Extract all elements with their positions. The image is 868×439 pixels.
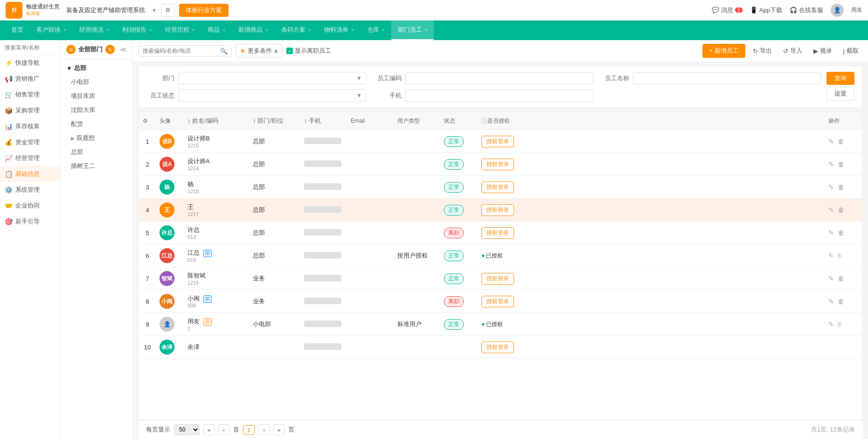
- dept-item-distribution[interactable]: 配货: [61, 117, 132, 131]
- empcode-filter-input[interactable]: [405, 72, 593, 84]
- dept-item-small-elec[interactable]: 小电部: [61, 75, 132, 89]
- auth-button[interactable]: 授权登录: [481, 227, 514, 239]
- close-icon[interactable]: ×: [425, 28, 428, 33]
- delete-icon[interactable]: 🗑: [838, 298, 844, 305]
- auth-button[interactable]: 授权登录: [481, 273, 514, 285]
- delete-icon[interactable]: 🗑: [838, 160, 844, 168]
- gear-button[interactable]: ⚙: [161, 4, 174, 17]
- edit-icon[interactable]: ✎: [828, 138, 834, 145]
- dept-collapse-btn[interactable]: ≪: [120, 46, 127, 53]
- resigned-checkbox[interactable]: ✓: [286, 48, 293, 54]
- close-icon[interactable]: ×: [149, 28, 152, 33]
- tab-warehouse[interactable]: 仓库×: [361, 21, 391, 40]
- sidebar-item-system[interactable]: ⚙️ 系统管理: [0, 182, 60, 198]
- export-button[interactable]: ↻ 导出: [749, 45, 776, 57]
- dept-item-shuanglu[interactable]: ▶ 双鹿想: [61, 131, 132, 145]
- tab-goods[interactable]: 商品×: [201, 21, 232, 40]
- empname-filter-input[interactable]: [633, 72, 821, 84]
- tab-bom[interactable]: 物料清单×: [318, 21, 361, 40]
- tab-profit[interactable]: 利润报告×: [116, 21, 159, 40]
- status-filter-select[interactable]: ▼: [178, 89, 366, 102]
- tab-home[interactable]: 首页: [5, 21, 30, 40]
- more-filter-button[interactable]: ▼ 更多条件 ∧: [236, 44, 283, 57]
- col-name-code[interactable]: ↕ 姓名/编码: [184, 112, 249, 130]
- page-size-select[interactable]: 50 100: [174, 424, 200, 435]
- user-avatar[interactable]: 👤: [831, 4, 844, 17]
- sidebar-item-operation[interactable]: 📈 经营管理: [0, 150, 60, 166]
- delete-icon[interactable]: 🗑: [838, 138, 844, 145]
- edit-icon[interactable]: ✎: [828, 252, 834, 259]
- sidebar-search-input[interactable]: [5, 44, 61, 51]
- more-button[interactable]: | 截取: [840, 45, 862, 57]
- app-download-button[interactable]: 📱 App下载: [750, 6, 782, 14]
- edit-icon[interactable]: ✎: [828, 160, 834, 168]
- delete-icon[interactable]: 🗑: [838, 229, 844, 237]
- sidebar-item-basic-info[interactable]: 📋 基础信息: [0, 166, 60, 182]
- dept-edit-icon[interactable]: ✎: [105, 45, 115, 54]
- tab-barcode[interactable]: 条码方案×: [275, 21, 318, 40]
- next-page-button[interactable]: ›: [258, 424, 270, 435]
- message-button[interactable]: 💬 消息 6: [712, 6, 743, 14]
- add-employee-button[interactable]: + 新增员工: [702, 44, 745, 58]
- sidebar-item-marketing[interactable]: 📢 营销推广: [0, 71, 60, 87]
- last-page-button[interactable]: »: [273, 424, 285, 435]
- phone-filter-input[interactable]: [405, 90, 593, 102]
- copy-icon[interactable]: ⎘: [838, 321, 841, 328]
- edit-icon[interactable]: ✎: [828, 206, 834, 214]
- auth-button[interactable]: 授权登录: [481, 159, 514, 170]
- col-dept-position[interactable]: ↕ 部门/职位: [249, 112, 300, 130]
- sidebar-item-sales[interactable]: 🛒 销售管理: [0, 87, 60, 103]
- edit-icon[interactable]: ✎: [828, 298, 834, 305]
- prev-page-button[interactable]: ‹: [218, 424, 229, 435]
- sidebar-item-purchase[interactable]: 📦 采购管理: [0, 103, 60, 118]
- tab-customer[interactable]: 客户联络×: [30, 21, 73, 40]
- sidebar-item-guide[interactable]: 🎯 新手引导: [0, 214, 60, 230]
- edit-icon[interactable]: ✎: [828, 183, 834, 191]
- sidebar-item-inventory[interactable]: 📊 库存核算: [0, 118, 60, 134]
- dept-item-general-hq[interactable]: ▼ 总部: [61, 61, 132, 75]
- sidebar-item-finance[interactable]: 💰 资金管理: [0, 134, 60, 150]
- dept-item-chashuwang[interactable]: 插树王二: [61, 159, 132, 173]
- copy-icon[interactable]: ⎘: [838, 252, 841, 259]
- close-icon[interactable]: ×: [63, 28, 66, 33]
- import-button[interactable]: ↺ 导入: [779, 45, 806, 57]
- close-icon[interactable]: ×: [382, 28, 385, 33]
- close-icon[interactable]: ×: [192, 28, 195, 33]
- close-icon[interactable]: ×: [265, 28, 268, 33]
- auth-button[interactable]: 授权登录: [481, 296, 514, 307]
- auth-button[interactable]: 授权登录: [481, 341, 514, 353]
- edit-icon[interactable]: ✎: [828, 229, 834, 237]
- main-search-input[interactable]: [143, 48, 217, 54]
- edit-icon[interactable]: ✎: [828, 275, 834, 282]
- close-icon[interactable]: ×: [351, 28, 354, 33]
- dept-item-hq-sub[interactable]: 总部: [61, 145, 132, 159]
- trial-button[interactable]: 体验行业方案: [179, 4, 229, 17]
- tab-operation[interactable]: 经营情况×: [73, 21, 116, 40]
- delete-icon[interactable]: 🗑: [838, 206, 844, 214]
- delete-icon[interactable]: 🗑: [838, 275, 844, 282]
- tab-department[interactable]: 部门员工×: [391, 21, 434, 40]
- close-icon[interactable]: ×: [106, 28, 109, 33]
- sidebar-item-collab[interactable]: 🤝 企业协同: [0, 198, 60, 214]
- dept-filter-select[interactable]: ▼: [178, 72, 366, 84]
- view-button[interactable]: ▶ 视录: [810, 45, 836, 57]
- show-resigned-toggle[interactable]: ✓ 显示离职员工: [286, 47, 331, 55]
- close-icon[interactable]: ×: [308, 28, 311, 33]
- col-phone[interactable]: ↕ 手机: [300, 112, 347, 130]
- online-service-button[interactable]: 🎧 在线客服: [790, 6, 823, 14]
- sidebar-item-quick-nav[interactable]: ⚡ 快捷导航: [0, 55, 60, 71]
- col-settings[interactable]: ⚙: [139, 112, 156, 130]
- auth-button[interactable]: 授权登录: [481, 181, 514, 193]
- title-dropdown-arrow[interactable]: ▼: [152, 7, 157, 13]
- dept-item-project-room[interactable]: 项目库房: [61, 89, 132, 103]
- tab-history[interactable]: 经营历程×: [159, 21, 201, 40]
- dept-item-shenyang[interactable]: 沈阳大库: [61, 103, 132, 117]
- auth-button[interactable]: 授权登录: [481, 136, 514, 147]
- delete-icon[interactable]: 🗑: [838, 183, 844, 191]
- edit-icon[interactable]: ✎: [828, 321, 834, 328]
- reset-button[interactable]: 设置: [826, 87, 854, 101]
- tab-add-goods[interactable]: 新增商品×: [232, 21, 275, 40]
- auth-button[interactable]: 授权登录: [481, 204, 514, 216]
- close-icon[interactable]: ×: [222, 28, 225, 33]
- first-page-button[interactable]: «: [203, 424, 215, 435]
